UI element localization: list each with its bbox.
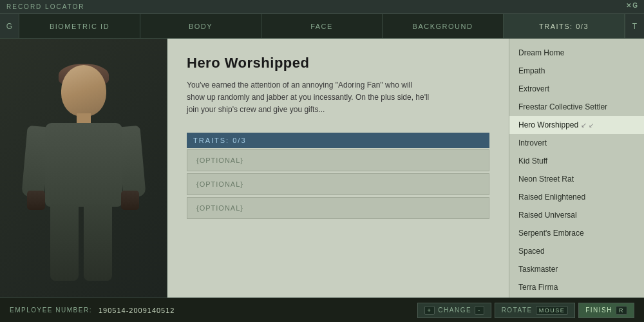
employee-label: EMPLOYEE NUMBER: xyxy=(10,307,92,314)
trait-list-item-10[interactable]: Serpent's Embrace xyxy=(509,224,644,242)
finish-button[interactable]: FINISH R xyxy=(578,303,634,318)
trait-list-item-2[interactable]: Extrovert xyxy=(509,80,644,98)
tab-biometric[interactable]: BIOMETRIC ID xyxy=(19,14,140,38)
change-key-plus: - xyxy=(475,306,484,315)
change-key-minus: + xyxy=(424,306,435,315)
trait-slot-2[interactable]: {OPTIONAL} xyxy=(187,173,489,195)
main-content: Hero Worshipped You've earned the attent… xyxy=(0,39,644,298)
trait-list-item-5[interactable]: Introvert xyxy=(509,134,644,152)
trait-description: You've earned the attention of an annoyi… xyxy=(187,79,431,117)
rotate-key: MOUSE xyxy=(536,306,569,315)
finish-key: R xyxy=(616,306,627,315)
char-torso xyxy=(45,123,122,207)
trait-slot-1[interactable]: {OPTIONAL} xyxy=(187,149,489,171)
rotate-button[interactable]: ROTATE MOUSE xyxy=(495,303,576,318)
trait-list-item-7[interactable]: Neon Street Rat xyxy=(509,170,644,188)
trait-list-item-8[interactable]: Raised Enlightened xyxy=(509,188,644,206)
char-right-hand xyxy=(121,191,139,210)
trait-list-item-13[interactable]: Terra Firma xyxy=(509,278,644,296)
char-left-leg xyxy=(50,204,79,281)
trait-list-item-11[interactable]: Spaced xyxy=(509,242,644,260)
trait-list-item-1[interactable]: Empath xyxy=(509,62,644,80)
char-right-leg xyxy=(84,204,112,281)
tab-background[interactable]: BACKGROUND xyxy=(383,14,504,38)
tab-traits[interactable]: TRAITS: 0/3 xyxy=(504,14,625,38)
bottom-actions: + CHANGE - ROTATE MOUSE FINISH R xyxy=(417,303,634,318)
tab-prev-button[interactable]: G xyxy=(0,14,19,38)
tab-next-button[interactable]: T xyxy=(625,14,644,38)
character-panel xyxy=(0,39,167,298)
char-head xyxy=(61,65,106,117)
change-label: CHANGE xyxy=(438,307,471,314)
traits-list-panel: Dream HomeEmpathExtrovertFreestar Collec… xyxy=(509,39,644,298)
logo: ✕G xyxy=(626,2,639,9)
finish-label: FINISH xyxy=(585,307,612,314)
rotate-label: ROTATE xyxy=(502,307,533,314)
traits-header: TRAITS: 0/3 xyxy=(187,133,489,148)
tab-bar: G BIOMETRIC ID BODY FACE BACKGROUND TRAI… xyxy=(0,14,644,39)
tab-face[interactable]: FACE xyxy=(261,14,383,38)
title-text: RECORD LOCATOR xyxy=(6,3,85,10)
trait-title: Hero Worshipped xyxy=(187,55,489,71)
trait-list-item-9[interactable]: Raised Universal xyxy=(509,206,644,224)
change-button[interactable]: + CHANGE - xyxy=(417,303,491,318)
tab-body[interactable]: BODY xyxy=(140,14,261,38)
info-panel: Hero Worshipped You've earned the attent… xyxy=(167,39,509,298)
character-preview xyxy=(13,59,155,278)
trait-list-item-4[interactable]: Hero Worshipped↙ xyxy=(509,116,644,134)
trait-slot-3[interactable]: {OPTIONAL} xyxy=(187,197,489,219)
traits-section: TRAITS: 0/3 {OPTIONAL} {OPTIONAL} {OPTIO… xyxy=(187,133,489,219)
trait-list-item-0[interactable]: Dream Home xyxy=(509,44,644,62)
trait-list-item-6[interactable]: Kid Stuff xyxy=(509,152,644,170)
char-left-hand xyxy=(27,191,45,210)
trait-list-item-12[interactable]: Taskmaster xyxy=(509,260,644,278)
title-bar: RECORD LOCATOR ✕G xyxy=(0,0,644,14)
trait-list-item-3[interactable]: Freestar Collective Settler xyxy=(509,98,644,116)
bottom-bar: EMPLOYEE NUMBER: 190514-2009140512 + CHA… xyxy=(0,298,644,322)
employee-number: 190514-2009140512 xyxy=(99,307,175,314)
